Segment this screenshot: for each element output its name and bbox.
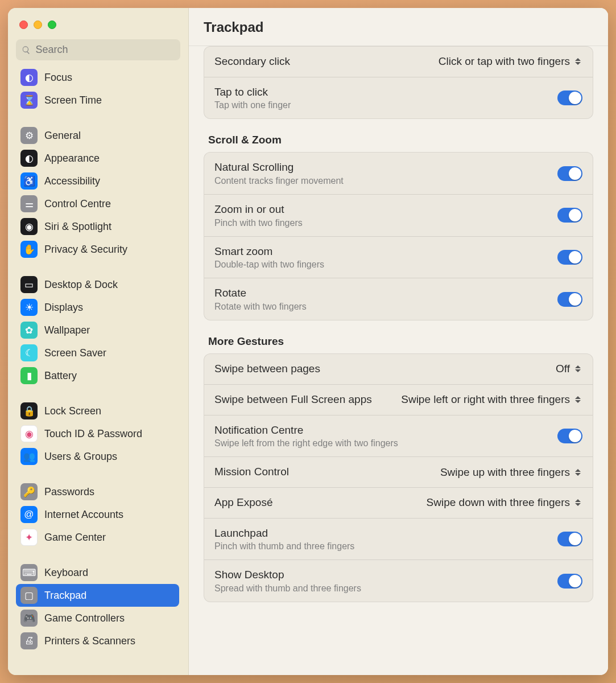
appearance-icon: ◐ — [20, 150, 38, 167]
sidebar-list[interactable]: ◐Focus⌛Screen Time⚙General◐Appearance♿Ac… — [16, 66, 180, 675]
toggle-show-desktop[interactable] — [557, 574, 582, 589]
search-input[interactable] — [35, 44, 175, 56]
sidebar-item-wallpaper[interactable]: ✿Wallpaper — [16, 319, 179, 342]
setting-title: Smart zoom — [214, 245, 548, 259]
setting-title: Swipe between Full Screen apps — [214, 393, 392, 407]
setting-row-swipe-between-full-screen-apps: Swipe between Full Screen appsSwipe left… — [204, 385, 593, 415]
setting-row-smart-zoom: Smart zoomDouble-tap with two fingers — [204, 237, 593, 279]
lock-icon: 🔒 — [20, 402, 38, 419]
sidebar-item-battery[interactable]: ▮Battery — [16, 364, 179, 387]
content-body[interactable]: Secondary clickClick or tap with two fin… — [189, 46, 608, 675]
dropdown-value-swipe-between-pages[interactable]: Off — [556, 363, 570, 375]
setting-row-show-desktop: Show DesktopSpread with thumb and three … — [204, 560, 593, 602]
window-controls — [16, 16, 180, 39]
battery-icon: ▮ — [20, 367, 38, 384]
setting-description: Spread with thumb and three fingers — [214, 583, 548, 594]
sidebar-item-desktop-dock[interactable]: ▭Desktop & Dock — [16, 273, 179, 296]
sidebar-item-privacy-security[interactable]: ✋Privacy & Security — [16, 238, 179, 261]
sidebar-item-label: Siri & Spotlight — [44, 221, 111, 233]
search-field[interactable] — [16, 39, 180, 60]
sidebar-item-game-center[interactable]: ✦Game Center — [16, 526, 179, 549]
toggle-rotate[interactable] — [557, 292, 582, 307]
sidebar-item-lock-screen[interactable]: 🔒Lock Screen — [16, 400, 179, 422]
sidebar-item-internet-accounts[interactable]: @Internet Accounts — [16, 503, 179, 526]
fingerprint-icon: ◉ — [20, 425, 38, 442]
chevron-up-down-icon[interactable] — [573, 56, 582, 67]
page-title: Trackpad — [189, 8, 608, 46]
setting-row-zoom-in-or-out: Zoom in or outPinch with two fingers — [204, 195, 593, 237]
dropdown-value-secondary-click[interactable]: Click or tap with two fingers — [439, 55, 570, 68]
setting-title: Show Desktop — [214, 568, 548, 582]
sidebar-item-label: Control Centre — [44, 198, 111, 210]
sidebar-item-game-controllers[interactable]: 🎮Game Controllers — [16, 607, 179, 629]
accessibility-icon: ♿ — [20, 172, 38, 190]
chevron-up-down-icon[interactable] — [573, 467, 582, 478]
toggle-natural-scrolling[interactable] — [557, 166, 582, 181]
sidebar: ◐Focus⌛Screen Time⚙General◐Appearance♿Ac… — [8, 8, 189, 675]
users-icon: 👥 — [20, 448, 38, 465]
chevron-up-down-icon[interactable] — [573, 363, 582, 375]
toggle-notification-centre[interactable] — [557, 429, 582, 443]
chevron-up-down-icon[interactable] — [573, 394, 582, 405]
toggle-zoom-in-or-out[interactable] — [557, 208, 582, 223]
key-icon: 🔑 — [20, 483, 38, 500]
setting-description: Tap with one finger — [214, 100, 548, 110]
setting-row-notification-centre: Notification CentreSwipe left from the r… — [204, 415, 593, 458]
zoom-button[interactable] — [48, 20, 56, 29]
sidebar-item-control-centre[interactable]: ⚌Control Centre — [16, 192, 179, 215]
sidebar-item-label: General — [44, 130, 81, 142]
setting-description: Content tracks finger movement — [214, 176, 548, 186]
dropdown-value-mission-control[interactable]: Swipe up with three fingers — [440, 466, 570, 479]
sidebar-item-accessibility[interactable]: ♿Accessibility — [16, 170, 179, 192]
close-button[interactable] — [19, 20, 28, 29]
sidebar-item-label: Battery — [44, 370, 77, 382]
section-title-scroll-zoom: Scroll & Zoom — [208, 134, 589, 146]
sidebar-item-siri-spotlight[interactable]: ◉Siri & Spotlight — [16, 215, 179, 238]
setting-title: Swipe between pages — [214, 362, 547, 376]
sidebar-item-passwords[interactable]: 🔑Passwords — [16, 480, 179, 503]
sidebar-item-appearance[interactable]: ◐Appearance — [16, 147, 179, 170]
toggle-smart-zoom[interactable] — [557, 250, 582, 265]
toggle-launchpad[interactable] — [557, 532, 582, 546]
dropdown-value-app-expos-[interactable]: Swipe down with three fingers — [427, 496, 570, 509]
sidebar-item-label: Screen Time — [44, 94, 102, 106]
siri-icon: ◉ — [20, 218, 38, 235]
setting-title: Launchpad — [214, 526, 548, 541]
sidebar-item-focus[interactable]: ◐Focus — [16, 66, 179, 89]
toggle-tap-to-click[interactable] — [557, 90, 582, 105]
setting-description: Rotate with two fingers — [214, 302, 548, 312]
sidebar-item-label: Game Controllers — [44, 612, 125, 624]
search-icon — [22, 45, 31, 55]
setting-description: Pinch with two fingers — [214, 218, 548, 228]
sidebar-item-printers-scanners[interactable]: 🖨Printers & Scanners — [16, 629, 179, 652]
sidebar-item-keyboard[interactable]: ⌨Keyboard — [16, 561, 179, 584]
sidebar-item-touch-id-password[interactable]: ◉Touch ID & Password — [16, 422, 179, 445]
brightness-icon: ☀ — [20, 299, 38, 316]
sidebar-item-label: Passwords — [44, 486, 94, 498]
panel-more-gestures: Swipe between pagesOffSwipe between Full… — [204, 353, 593, 602]
sidebar-item-screen-time[interactable]: ⌛Screen Time — [16, 89, 179, 112]
settings-window: ◐Focus⌛Screen Time⚙General◐Appearance♿Ac… — [8, 8, 608, 675]
sidebar-item-screen-saver[interactable]: ☾Screen Saver — [16, 342, 179, 364]
chevron-up-down-icon[interactable] — [573, 497, 582, 508]
flower-icon: ✿ — [20, 322, 38, 339]
setting-row-tap-to-click: Tap to clickTap with one finger — [204, 77, 593, 119]
sidebar-item-trackpad[interactable]: ▢Trackpad — [16, 584, 179, 607]
setting-description: Swipe left from the right edge with two … — [214, 438, 548, 449]
setting-title: Mission Control — [214, 465, 431, 479]
setting-row-natural-scrolling: Natural ScrollingContent tracks finger m… — [204, 153, 593, 195]
setting-title: Secondary click — [214, 55, 429, 69]
setting-description: Pinch with thumb and three fingers — [214, 541, 548, 552]
setting-row-app-expos-: App ExposéSwipe down with three fingers — [204, 488, 593, 519]
setting-description: Double-tap with two fingers — [214, 260, 548, 270]
keyboard-icon: ⌨ — [20, 564, 38, 581]
sidebar-item-users-groups[interactable]: 👥Users & Groups — [16, 445, 179, 468]
dock-icon: ▭ — [20, 276, 38, 293]
minimize-button[interactable] — [34, 20, 42, 29]
setting-title: Natural Scrolling — [214, 161, 548, 175]
dropdown-value-swipe-between-full-screen-apps[interactable]: Swipe left or right with three fingers — [401, 393, 570, 406]
sidebar-item-displays[interactable]: ☀Displays — [16, 296, 179, 319]
controller-icon: 🎮 — [20, 610, 38, 627]
sidebar-item-general[interactable]: ⚙General — [16, 124, 179, 147]
sidebar-item-label: Touch ID & Password — [44, 428, 142, 440]
